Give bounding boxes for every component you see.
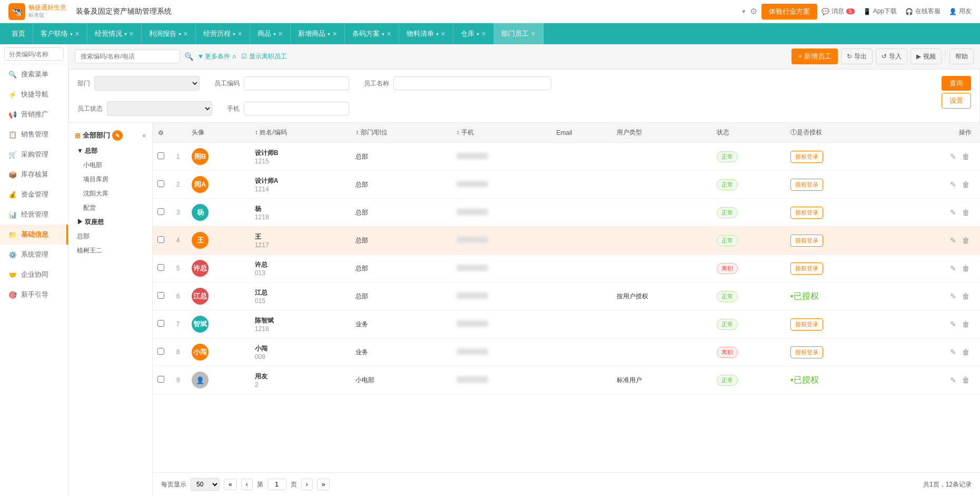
show-resigned-toggle[interactable]: ☑ 显示离职员工 (241, 52, 287, 61)
last-page-button[interactable]: » (317, 479, 330, 490)
query-button[interactable]: 查询 (942, 76, 971, 91)
edit-button[interactable]: ✎ (948, 263, 958, 274)
dept-node-zongbu[interactable]: 总部 (73, 229, 148, 244)
help-button[interactable]: 帮助 (949, 48, 974, 64)
emp-name-input[interactable] (393, 76, 551, 90)
online-service-item[interactable]: 🎧 在线客服 (905, 7, 941, 16)
tab-goods[interactable]: 商品 ▾ ✕ (250, 23, 291, 44)
set-button[interactable]: 设置 (942, 93, 971, 109)
next-page-button[interactable]: › (301, 479, 313, 490)
edit-button[interactable]: ✎ (948, 179, 958, 190)
dept-node-shenyang[interactable]: 沈阳大库 (73, 187, 148, 201)
auth-button[interactable]: 授权登录 (790, 346, 823, 358)
collapse-button[interactable]: « (142, 132, 146, 139)
settings-icon[interactable]: ⚙ (750, 6, 757, 16)
dept-node-project-warehouse[interactable]: 项目库房 (73, 172, 148, 187)
per-page-select[interactable]: 50 100 200 (191, 478, 220, 491)
dept-select[interactable] (94, 76, 200, 91)
auth-button[interactable]: 授权登录 (790, 151, 823, 163)
tab-customer[interactable]: 客户联络 ▾ ✕ (33, 23, 87, 44)
delete-button[interactable]: 🗑 (960, 179, 972, 190)
col-dept[interactable]: ↕ 部门/职位 (351, 123, 452, 143)
row-checkbox[interactable] (157, 292, 164, 299)
col-phone[interactable]: ↕ 手机 (452, 123, 552, 143)
app-download-item[interactable]: 📱 App下载 (863, 7, 897, 16)
tab-operation-status[interactable]: 经营情况 ▾ ✕ (87, 23, 142, 44)
delete-button[interactable]: 🗑 (960, 263, 972, 274)
dropdown-arrow[interactable]: ▾ (742, 7, 746, 15)
dept-edit-icon[interactable]: ✎ (112, 130, 123, 141)
tab-warehouse[interactable]: 仓库 ▾ ✕ (453, 23, 494, 44)
auth-button[interactable]: 授权登录 (790, 318, 823, 330)
dept-node-zhishuwang[interactable]: 植树王二 (73, 244, 148, 258)
sidebar-item-search[interactable]: 🔍搜索菜单 (0, 64, 68, 84)
import-button[interactable]: ↺ 导入 (876, 48, 907, 64)
sidebar-item-finance[interactable]: 💰资金管理 (0, 184, 68, 205)
row-checkbox[interactable] (157, 152, 164, 159)
col-name[interactable]: ↕ 姓名/编码 (251, 123, 351, 143)
tab-department[interactable]: 部门员工 ✕ (494, 23, 543, 44)
row-checkbox[interactable] (157, 348, 164, 355)
auth-button[interactable]: 授权登录 (790, 179, 823, 191)
sidebar-item-purchase[interactable]: 🛒采购管理 (0, 144, 68, 164)
filter-more-conditions[interactable]: ▼ 更多条件 ∧ (197, 52, 237, 61)
filter-search-button[interactable]: 🔍 (184, 52, 193, 61)
auth-button[interactable]: 授权登录 (790, 235, 823, 247)
edit-button[interactable]: ✎ (948, 319, 958, 329)
delete-button[interactable]: 🗑 (960, 151, 972, 162)
prev-page-button[interactable]: ‹ (241, 479, 253, 490)
user-item[interactable]: 👤 用友 (949, 7, 972, 16)
delete-button[interactable]: 🗑 (960, 291, 972, 302)
checkbox-show-resigned[interactable]: ☑ (241, 53, 247, 60)
add-employee-button[interactable]: + 新增员工 (791, 48, 837, 64)
row-checkbox[interactable] (157, 208, 164, 215)
tab-barcode[interactable]: 条码方案 ▾ ✕ (345, 23, 399, 44)
tab-bom[interactable]: 物料清单 ▾ ✕ (399, 23, 453, 44)
sidebar-item-stock[interactable]: 📦库存核算 (0, 164, 68, 184)
emp-code-input[interactable] (244, 76, 349, 90)
delete-button[interactable]: 🗑 (960, 319, 972, 329)
message-item[interactable]: 💬 消息 5 (821, 7, 855, 16)
dept-node-peihuo[interactable]: 配货 (73, 201, 148, 215)
sidebar-item-sales[interactable]: 📋销售管理 (0, 124, 68, 144)
dept-node-headquarter-parent[interactable]: ▼ 总部 (73, 144, 148, 158)
sidebar-item-quicknav[interactable]: ⚡快捷导航 (0, 84, 68, 104)
delete-button[interactable]: 🗑 (960, 347, 972, 357)
tab-new-goods[interactable]: 新增商品 ▾ ✕ (291, 23, 345, 44)
edit-button[interactable]: ✎ (948, 291, 958, 302)
edit-button[interactable]: ✎ (948, 347, 958, 357)
sidebar-item-operation[interactable]: 📊经营管理 (0, 205, 68, 225)
sidebar-search-input[interactable] (5, 48, 64, 60)
export-button[interactable]: ↻ 导出 (841, 48, 873, 64)
first-page-button[interactable]: « (224, 479, 237, 490)
phone-input[interactable] (244, 102, 349, 115)
dept-node-xiaodibu[interactable]: 小电部 (73, 158, 148, 172)
sidebar-item-basic[interactable]: 📁基础信息 (0, 225, 68, 245)
all-dept-label[interactable]: 全部部门 (83, 131, 110, 140)
delete-button[interactable]: 🗑 (960, 375, 972, 385)
trial-button[interactable]: 体验行业方案 (761, 4, 817, 20)
tab-history[interactable]: 经营历程 ▾ ✕ (196, 23, 250, 44)
delete-button[interactable]: 🗑 (960, 235, 972, 246)
sidebar-item-marketing[interactable]: 📢营销推广 (0, 104, 68, 124)
emp-status-select[interactable] (107, 101, 212, 116)
edit-button[interactable]: ✎ (948, 235, 958, 246)
sidebar-item-collab[interactable]: 🤝企业协同 (0, 265, 68, 285)
settings-col-icon[interactable]: ⚙ (158, 129, 164, 137)
search-input[interactable] (75, 50, 180, 63)
row-checkbox[interactable] (157, 320, 164, 327)
edit-button[interactable]: ✎ (948, 151, 958, 162)
sidebar-item-guide[interactable]: 🎯新手引导 (0, 285, 68, 305)
tab-profit[interactable]: 利润报告 ▾ ✕ (142, 23, 196, 44)
tab-home[interactable]: 首页 (4, 23, 33, 44)
view-button[interactable]: ▶ 视频 (910, 48, 942, 64)
sidebar-item-system[interactable]: ⚙️系统管理 (0, 245, 68, 265)
row-checkbox[interactable] (157, 180, 164, 187)
auth-button[interactable]: 授权登录 (790, 207, 823, 219)
delete-button[interactable]: 🗑 (960, 207, 972, 218)
row-checkbox[interactable] (157, 376, 164, 383)
row-checkbox[interactable] (157, 264, 164, 271)
page-number-input[interactable] (268, 479, 286, 490)
dept-node-shuangzuoxiang[interactable]: ▶ 双座想 (73, 215, 148, 229)
edit-button[interactable]: ✎ (948, 375, 958, 385)
